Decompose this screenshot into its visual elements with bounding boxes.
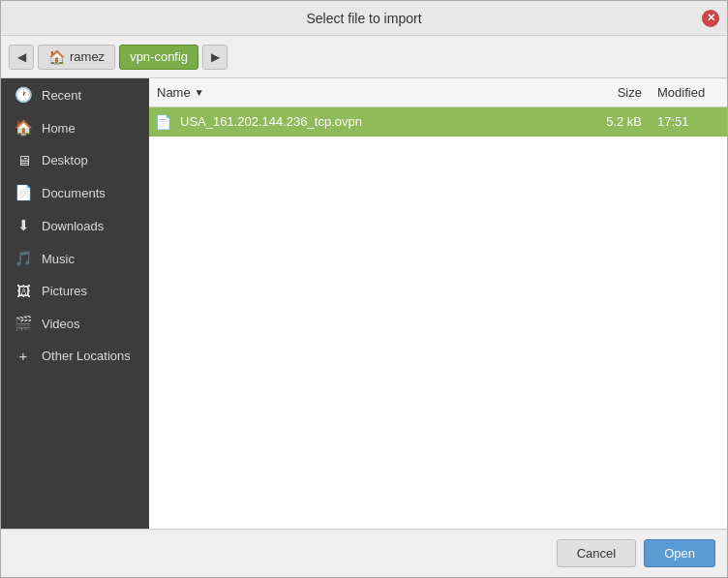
sidebar-item-label-documents: Documents <box>42 186 106 200</box>
file-icon-cell: 📄 <box>149 114 176 130</box>
downloads-icon: ⬇ <box>15 217 32 234</box>
sidebar-item-documents[interactable]: 📄Documents <box>1 176 149 209</box>
file-list: 📄USA_161.202.144.236_tcp.ovpn5.2 kB17:51 <box>149 107 727 529</box>
sidebar-item-label-other-locations: Other Locations <box>42 349 131 363</box>
videos-icon: 🎬 <box>15 315 32 332</box>
pictures-icon: 🖼 <box>15 283 32 299</box>
file-table-header: Name ▼ Size Modified <box>149 78 727 107</box>
sidebar-item-desktop[interactable]: 🖥Desktop <box>1 144 149 176</box>
sidebar-item-label-home: Home <box>42 121 76 136</box>
file-name: USA_161.202.144.236_tcp.ovpn <box>176 114 582 129</box>
sidebar-item-other-locations[interactable]: +Other Locations <box>1 340 149 372</box>
col-size-header: Size <box>582 85 650 100</box>
other-locations-icon: + <box>15 348 32 364</box>
toolbar: ◀ 🏠 ramez vpn-config ▶ <box>1 36 727 78</box>
sidebar-item-label-downloads: Downloads <box>42 219 104 233</box>
footer: Cancel Open <box>1 529 727 577</box>
table-row[interactable]: 📄USA_161.202.144.236_tcp.ovpn5.2 kB17:51 <box>149 107 727 137</box>
sidebar-item-label-recent: Recent <box>42 88 81 103</box>
file-area: Name ▼ Size Modified 📄USA_161.202.144.23… <box>149 78 727 529</box>
breadcrumb-home-label: ramez <box>70 49 105 64</box>
sidebar-item-label-pictures: Pictures <box>42 284 87 298</box>
recent-icon: 🕐 <box>15 86 32 104</box>
sidebar-item-home[interactable]: 🏠Home <box>1 111 149 144</box>
cancel-button[interactable]: Cancel <box>557 539 636 567</box>
home-icon: 🏠 <box>15 119 32 137</box>
home-icon: 🏠 <box>48 49 65 65</box>
file-type-icon: 📄 <box>155 114 171 130</box>
sidebar-item-videos[interactable]: 🎬Videos <box>1 307 149 340</box>
dialog-title: Select file to import <box>306 11 421 26</box>
sort-arrow-icon: ▼ <box>195 87 204 98</box>
back-button[interactable]: ◀ <box>9 45 34 70</box>
breadcrumb-current[interactable]: vpn-config <box>119 45 198 70</box>
close-button[interactable]: ✕ <box>702 10 719 27</box>
sidebar-item-downloads[interactable]: ⬇Downloads <box>1 209 149 242</box>
col-modified-header: Modified <box>650 85 727 100</box>
sidebar-item-label-videos: Videos <box>42 317 80 331</box>
breadcrumb-current-label: vpn-config <box>130 49 188 64</box>
sidebar-item-music[interactable]: 🎵Music <box>1 242 149 275</box>
file-size: 5.2 kB <box>582 114 650 129</box>
dialog: Select file to import ✕ ◀ 🏠 ramez vpn-co… <box>0 0 728 578</box>
col-name-header[interactable]: Name ▼ <box>149 85 582 100</box>
forward-button[interactable]: ▶ <box>202 45 228 70</box>
documents-icon: 📄 <box>15 184 32 201</box>
breadcrumb-home[interactable]: 🏠 ramez <box>38 45 115 70</box>
sidebar-item-pictures[interactable]: 🖼Pictures <box>1 275 149 307</box>
sidebar-item-recent[interactable]: 🕐Recent <box>1 78 149 111</box>
open-button[interactable]: Open <box>644 539 715 567</box>
music-icon: 🎵 <box>15 250 32 267</box>
main-area: 🕐Recent🏠Home🖥Desktop📄Documents⬇Downloads… <box>1 78 727 529</box>
file-modified: 17:51 <box>650 114 727 129</box>
sidebar: 🕐Recent🏠Home🖥Desktop📄Documents⬇Downloads… <box>1 78 149 529</box>
desktop-icon: 🖥 <box>15 152 32 168</box>
title-bar: Select file to import ✕ <box>1 1 727 36</box>
sidebar-item-label-music: Music <box>42 252 75 266</box>
sidebar-item-label-desktop: Desktop <box>42 153 88 167</box>
